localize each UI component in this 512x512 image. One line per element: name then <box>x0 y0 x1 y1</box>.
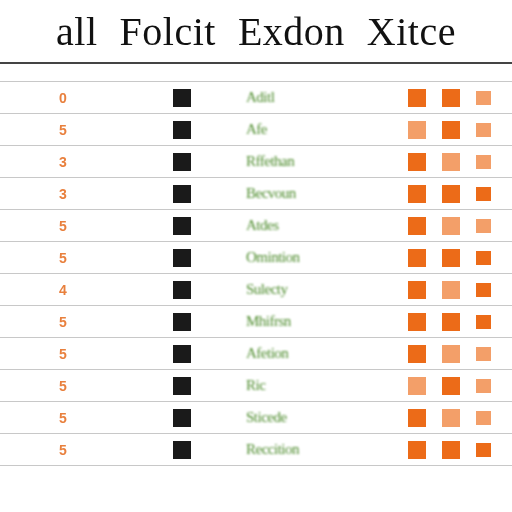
orange-square-icon[interactable] <box>408 89 426 107</box>
spreadsheet-grid[interactable]: 0Aditl5Afe3Rffethan3Becvoun5Atdes5Ominti… <box>0 66 512 512</box>
orange-square-icon[interactable] <box>476 315 491 329</box>
table-row[interactable]: 5Reccition <box>0 434 512 466</box>
row-label: Aditl <box>242 89 396 106</box>
orange-square-icon[interactable] <box>442 89 460 107</box>
title-word-4: Xitce <box>367 8 456 55</box>
orange-square-icon[interactable] <box>442 249 460 267</box>
orange-square-icon[interactable] <box>408 217 426 235</box>
table-row[interactable]: 5Atdes <box>0 210 512 242</box>
orange-square-icon[interactable] <box>476 219 491 233</box>
orange-square-icon[interactable] <box>442 313 460 331</box>
orange-square-icon[interactable] <box>408 313 426 331</box>
title-word-2: Folcit <box>120 8 216 55</box>
orange-square-icon[interactable] <box>442 409 460 427</box>
marker-cell[interactable] <box>122 409 242 427</box>
orange-square-icon[interactable] <box>476 443 491 457</box>
black-square-icon <box>173 377 191 395</box>
table-row[interactable]: 4Sulecty <box>0 274 512 306</box>
orange-square-icon[interactable] <box>442 185 460 203</box>
orange-square-icon[interactable] <box>442 441 460 459</box>
orange-square-icon[interactable] <box>408 185 426 203</box>
title-bar: all Folcit Exdon Xitce <box>0 0 512 64</box>
black-square-icon <box>173 345 191 363</box>
row-number: 5 <box>4 410 122 426</box>
orange-square-icon[interactable] <box>442 121 460 139</box>
marker-cell[interactable] <box>122 281 242 299</box>
table-row[interactable]: 5Afetion <box>0 338 512 370</box>
orange-square-icon[interactable] <box>476 411 491 425</box>
orange-square-icon[interactable] <box>408 409 426 427</box>
status-cells[interactable] <box>396 441 512 459</box>
status-cells[interactable] <box>396 249 512 267</box>
marker-cell[interactable] <box>122 249 242 267</box>
table-row[interactable]: 5Sticede <box>0 402 512 434</box>
status-cells[interactable] <box>396 377 512 395</box>
orange-square-icon[interactable] <box>476 187 491 201</box>
orange-square-icon[interactable] <box>442 153 460 171</box>
orange-square-icon[interactable] <box>442 281 460 299</box>
table-row[interactable]: 5Mhifrsn <box>0 306 512 338</box>
status-cells[interactable] <box>396 121 512 139</box>
orange-square-icon[interactable] <box>408 281 426 299</box>
black-square-icon <box>173 281 191 299</box>
orange-square-icon[interactable] <box>476 283 491 297</box>
table-row[interactable]: 5Afe <box>0 114 512 146</box>
table-row[interactable]: 0Aditl <box>0 82 512 114</box>
title-word-3: Exdon <box>238 8 345 55</box>
orange-square-icon[interactable] <box>476 251 491 265</box>
title-word-1: all <box>56 8 97 55</box>
marker-cell[interactable] <box>122 313 242 331</box>
orange-square-icon[interactable] <box>408 441 426 459</box>
marker-cell[interactable] <box>122 377 242 395</box>
row-number: 5 <box>4 122 122 138</box>
black-square-icon <box>173 313 191 331</box>
table-row[interactable]: 3Rffethan <box>0 146 512 178</box>
black-square-icon <box>173 121 191 139</box>
status-cells[interactable] <box>396 185 512 203</box>
row-number: 5 <box>4 218 122 234</box>
orange-square-icon[interactable] <box>408 153 426 171</box>
status-cells[interactable] <box>396 409 512 427</box>
orange-square-icon[interactable] <box>408 121 426 139</box>
orange-square-icon[interactable] <box>408 345 426 363</box>
orange-square-icon[interactable] <box>476 155 491 169</box>
orange-square-icon[interactable] <box>408 249 426 267</box>
orange-square-icon[interactable] <box>476 379 491 393</box>
spacer-row <box>0 66 512 82</box>
orange-square-icon[interactable] <box>476 91 491 105</box>
marker-cell[interactable] <box>122 121 242 139</box>
marker-cell[interactable] <box>122 89 242 107</box>
status-cells[interactable] <box>396 89 512 107</box>
row-label: Ric <box>242 377 396 394</box>
table-row[interactable]: 5Omintion <box>0 242 512 274</box>
marker-cell[interactable] <box>122 345 242 363</box>
orange-square-icon[interactable] <box>442 377 460 395</box>
row-number: 0 <box>4 90 122 106</box>
status-cells[interactable] <box>396 281 512 299</box>
row-label: Reccition <box>242 441 396 458</box>
orange-square-icon[interactable] <box>476 347 491 361</box>
status-cells[interactable] <box>396 217 512 235</box>
table-row[interactable]: 5Ric <box>0 370 512 402</box>
row-label: Mhifrsn <box>242 313 396 330</box>
row-label: Becvoun <box>242 185 396 202</box>
orange-square-icon[interactable] <box>408 377 426 395</box>
black-square-icon <box>173 89 191 107</box>
marker-cell[interactable] <box>122 153 242 171</box>
table-row[interactable]: 3Becvoun <box>0 178 512 210</box>
status-cells[interactable] <box>396 345 512 363</box>
status-cells[interactable] <box>396 313 512 331</box>
marker-cell[interactable] <box>122 217 242 235</box>
orange-square-icon[interactable] <box>442 217 460 235</box>
row-number: 5 <box>4 442 122 458</box>
row-label: Afe <box>242 121 396 138</box>
marker-cell[interactable] <box>122 185 242 203</box>
status-cells[interactable] <box>396 153 512 171</box>
marker-cell[interactable] <box>122 441 242 459</box>
orange-square-icon[interactable] <box>476 123 491 137</box>
row-number: 5 <box>4 314 122 330</box>
row-number: 3 <box>4 154 122 170</box>
orange-square-icon[interactable] <box>442 345 460 363</box>
row-number: 4 <box>4 282 122 298</box>
black-square-icon <box>173 217 191 235</box>
